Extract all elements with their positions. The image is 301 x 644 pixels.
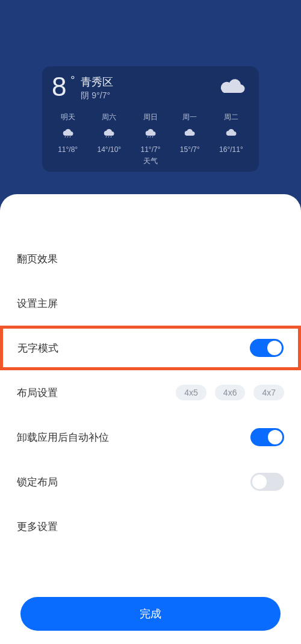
no-text-mode-label: 无字模式 [17, 341, 58, 355]
cloud-icon [219, 77, 247, 98]
layout-row: 布局设置 4x5 4x6 4x7 [17, 370, 284, 415]
widget-caption: 天气 [48, 156, 253, 166]
set-home-row[interactable]: 设置主屏 [17, 281, 284, 326]
page-effect-row[interactable]: 翻页效果 [17, 236, 284, 281]
page-effect-label: 翻页效果 [17, 252, 58, 266]
rain-icon [145, 128, 156, 138]
forecast-day: 周六 14°/10° [97, 112, 121, 154]
no-text-mode-row[interactable]: 无字模式 [17, 329, 284, 367]
forecast-day: 周一 15°/7° [180, 112, 200, 154]
auto-fill-row[interactable]: 卸载应用后自动补位 [17, 415, 284, 459]
location-name: 青秀区 [81, 75, 113, 89]
layout-option-4x7[interactable]: 4x7 [253, 385, 284, 400]
highlight-box: 无字模式 [0, 326, 301, 370]
more-settings-row[interactable]: 更多设置 [17, 504, 284, 549]
auto-fill-toggle[interactable] [250, 428, 284, 446]
layout-option-4x5[interactable]: 4x5 [176, 385, 206, 400]
current-temperature: 8° [52, 74, 66, 100]
rain-icon [104, 128, 114, 138]
forecast-day: 周二 16°/11° [219, 112, 243, 154]
layout-label: 布局设置 [17, 386, 58, 400]
done-button[interactable]: 完成 [20, 597, 281, 631]
forecast-day: 周日 11°/7° [140, 112, 160, 154]
lock-layout-label: 锁定布局 [17, 475, 58, 489]
lock-layout-row[interactable]: 锁定布局 [17, 459, 284, 504]
no-text-mode-toggle[interactable] [250, 339, 284, 357]
condition-text: 阴 9°/7° [81, 90, 113, 101]
more-settings-label: 更多设置 [17, 520, 58, 534]
layout-option-4x6[interactable]: 4x6 [215, 385, 246, 400]
lock-layout-toggle[interactable] [250, 473, 284, 491]
rain-icon [63, 128, 73, 138]
auto-fill-label: 卸载应用后自动补位 [17, 431, 109, 444]
settings-sheet: 翻页效果 设置主屏 无字模式 布局设置 4x5 4x6 4x7 卸载应用后自动补… [0, 194, 301, 644]
forecast-row: 明天 11°/8° 周六 14°/10° 周日 11°/7° 周一 15°/7°… [48, 112, 253, 154]
cloud-icon [226, 128, 237, 138]
set-home-label: 设置主屏 [17, 297, 58, 311]
forecast-day: 明天 11°/8° [58, 112, 78, 154]
weather-widget[interactable]: 8° 青秀区 阴 9°/7° 明天 11°/8° 周六 14°/10° 周日 1… [42, 66, 259, 172]
cloud-icon [184, 128, 195, 138]
